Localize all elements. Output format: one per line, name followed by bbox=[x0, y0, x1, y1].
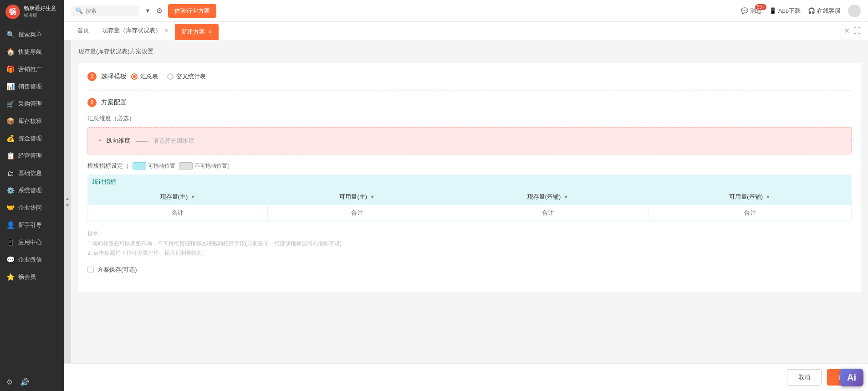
sidebar-icon-purchase: 🛒 bbox=[6, 100, 15, 108]
online-service-item[interactable]: 🎧 在线客服 bbox=[808, 7, 841, 15]
sidebar-icon-sales: 📊 bbox=[6, 82, 15, 91]
cell-available-sub-total: 合计 bbox=[649, 205, 851, 221]
radio-cross-dot bbox=[167, 73, 174, 80]
dimension-box[interactable]: * 纵向维度 —— 请选择分组维度 bbox=[87, 127, 852, 154]
sidebar-item-wechat[interactable]: 💬 企业微信 bbox=[0, 251, 64, 268]
tip2: 2. 点击标题栏下拉可设置排序、插入列和删除列 bbox=[87, 248, 852, 258]
save-scheme-checkbox[interactable] bbox=[87, 267, 94, 273]
tab-home[interactable]: 首页 bbox=[71, 22, 96, 40]
non-draggable-legend-box bbox=[179, 162, 193, 170]
cancel-button[interactable]: 取消 bbox=[787, 369, 822, 386]
close-window-icon[interactable]: ✕ bbox=[844, 26, 850, 35]
col-current-main[interactable]: 现存量(主) ▼ bbox=[88, 189, 268, 205]
logo-icon: 畅 bbox=[5, 5, 20, 19]
draggable-legend-label: 可拖动位置 bbox=[148, 162, 175, 170]
tip1: 1.拖动标题栏可以调整布局，不可跨维度或指标区域拖动栏目字段(只能在同一维度或指… bbox=[87, 239, 852, 249]
chevron-current-main: ▼ bbox=[190, 194, 195, 200]
chevron-available-main: ▼ bbox=[370, 194, 375, 200]
gear-icon[interactable]: ⚙ bbox=[156, 6, 163, 15]
sidebar-item-member[interactable]: ⭐ 畅会员 bbox=[0, 268, 64, 286]
sidebar-item-basic[interactable]: 🗂 基础信息 bbox=[0, 165, 64, 182]
tab-inventory-close[interactable]: ✕ bbox=[164, 27, 168, 34]
tabs-right-controls: ✕ ⛶ bbox=[844, 26, 861, 35]
save-scheme-label: 方案保存(可选) bbox=[97, 266, 137, 274]
content-area: 现存量(库存状况表)方案设置 1 选择模板 汇总表 bbox=[71, 40, 868, 363]
sidebar-icon-guide: 👤 bbox=[6, 221, 15, 229]
sidebar-item-inventory[interactable]: 📦 库存核算 bbox=[0, 113, 64, 130]
non-draggable-legend: 不可拖动位置） bbox=[179, 162, 233, 170]
industry-btn[interactable]: 体验行业方案 bbox=[168, 4, 216, 18]
step1-title: 选择模板 bbox=[101, 72, 127, 81]
sidebar-menu: 🔍 搜索菜单 🏠 快捷导航 🎁 营销推广 📊 销售管理 🛒 采购管理 📦 库存核… bbox=[0, 24, 64, 373]
sidebar-icon-cooperation: 🤝 bbox=[6, 204, 15, 212]
speaker-icon[interactable]: 🔊 bbox=[20, 378, 29, 386]
ai-badge[interactable]: Ai bbox=[840, 369, 863, 386]
tab-new-scheme[interactable]: 新建方案 ✕ bbox=[175, 24, 219, 40]
sidebar-label-member: 畅会员 bbox=[18, 273, 36, 281]
scheme-card: 1 选择模板 汇总表 交叉统计表 bbox=[78, 63, 861, 292]
sidebar-item-search[interactable]: 🔍 搜索菜单 bbox=[0, 26, 64, 43]
sidebar-item-cooperation[interactable]: 🤝 企业协同 bbox=[0, 199, 64, 216]
step2-title: 方案配置 bbox=[101, 98, 127, 107]
sidebar-item-finance[interactable]: 💰 资金管理 bbox=[0, 130, 64, 147]
step1-section: 1 选择模板 汇总表 交叉统计表 bbox=[87, 72, 852, 81]
page-title: 现存量(库存状况表)方案设置 bbox=[78, 47, 861, 56]
scroll-up-arrow[interactable]: ▲ ▼ bbox=[64, 40, 71, 363]
app-icon: 📱 bbox=[769, 7, 776, 14]
sidebar-item-shortcuts[interactable]: 🏠 快捷导航 bbox=[0, 43, 64, 61]
sidebar-icon-operations: 📋 bbox=[6, 152, 15, 160]
tabs-bar: 首页 现存量（库存状况表） ✕ 新建方案 ✕ ✕ ⛶ bbox=[64, 22, 868, 40]
message-icon: 💬 bbox=[741, 7, 748, 14]
sidebar-item-guide[interactable]: 👤 新手引导 bbox=[0, 216, 64, 234]
sidebar-icon-search: 🔍 bbox=[6, 31, 15, 39]
topbar-right: 💬 消息 99+ 📱 App下载 🎧 在线客服 bbox=[741, 5, 861, 17]
col-available-main[interactable]: 可用量(主) ▼ bbox=[267, 189, 447, 205]
tab-inventory[interactable]: 现存量（库存状况表） ✕ bbox=[96, 22, 175, 40]
sidebar-label-guide: 新手引导 bbox=[18, 221, 42, 229]
sidebar-item-sales[interactable]: 📊 销售管理 bbox=[0, 78, 64, 95]
dimension-placeholder: 请选择分组维度 bbox=[153, 137, 194, 145]
sidebar-icon-wechat: 💬 bbox=[6, 256, 15, 264]
radio-summary[interactable]: 汇总表 bbox=[131, 72, 158, 81]
col-current-sub[interactable]: 现存量(基辅) ▼ bbox=[447, 189, 649, 205]
sidebar-icon-basic: 🗂 bbox=[6, 169, 15, 177]
sidebar-logo: 畅 畅康通好生意 标准版 bbox=[0, 0, 64, 24]
step2-number: 2 bbox=[87, 98, 97, 107]
sidebar-item-appcenter[interactable]: 📱 应用中心 bbox=[0, 234, 64, 251]
search-icon: 🔍 bbox=[76, 7, 83, 14]
sidebar-item-system[interactable]: ⚙️ 系统管理 bbox=[0, 182, 64, 199]
user-avatar[interactable] bbox=[848, 5, 861, 17]
non-draggable-legend-label: 不可拖动位置） bbox=[194, 162, 233, 170]
radio-cross-label: 交叉统计表 bbox=[176, 72, 206, 81]
radio-summary-label: 汇总表 bbox=[140, 72, 158, 81]
dimension-row: * 纵向维度 —— 请选择分组维度 bbox=[99, 137, 840, 145]
topbar: 🔍 ▼ ⚙ 体验行业方案 💬 消息 99+ 📱 App下载 🎧 在线客服 bbox=[64, 0, 868, 22]
expand-window-icon[interactable]: ⛶ bbox=[853, 27, 861, 35]
sidebar-label-system: 系统管理 bbox=[18, 186, 42, 195]
topbar-search[interactable]: 🔍 bbox=[71, 5, 139, 16]
tab-new-scheme-close[interactable]: ✕ bbox=[208, 29, 212, 35]
step2-header: 2 方案配置 bbox=[87, 98, 852, 107]
footer-save-row: 方案保存(可选) bbox=[87, 266, 852, 274]
indicators-label: 模板指标设定（ 可拖动位置 不可拖动位置） bbox=[87, 162, 852, 170]
sidebar-label-sales: 销售管理 bbox=[18, 82, 42, 91]
sidebar-label-cooperation: 企业协同 bbox=[18, 204, 42, 212]
sidebar-label-search: 搜索菜单 bbox=[18, 31, 42, 39]
sidebar-icon-appcenter: 📱 bbox=[6, 238, 15, 247]
app-download-item[interactable]: 📱 App下载 bbox=[769, 7, 801, 15]
settings-icon[interactable]: ⚙ bbox=[6, 378, 13, 386]
tips-section: 提示： 1.拖动标题栏可以调整布局，不可跨维度或指标区域拖动栏目字段(只能在同一… bbox=[87, 229, 852, 258]
dropdown-icon[interactable]: ▼ bbox=[145, 7, 151, 14]
search-input[interactable] bbox=[86, 8, 131, 14]
radio-cross[interactable]: 交叉统计表 bbox=[167, 72, 206, 81]
sidebar-item-operations[interactable]: 📋 经营管理 bbox=[0, 147, 64, 165]
sidebar-item-purchase[interactable]: 🛒 采购管理 bbox=[0, 95, 64, 113]
col-available-sub[interactable]: 可用量(基辅) ▼ bbox=[649, 189, 851, 205]
sidebar-item-marketing[interactable]: 🎁 营销推广 bbox=[0, 61, 64, 78]
sidebar: 畅 畅康通好生意 标准版 🔍 搜索菜单 🏠 快捷导航 🎁 营销推广 📊 销售管理… bbox=[0, 0, 64, 391]
dimension-separator: —— bbox=[136, 138, 148, 144]
cell-current-main-total: 合计 bbox=[88, 205, 268, 221]
message-item[interactable]: 💬 消息 99+ bbox=[741, 7, 762, 15]
sidebar-bottom: ⚙ 🔊 bbox=[0, 373, 64, 391]
cell-available-main-total: 合计 bbox=[267, 205, 447, 221]
